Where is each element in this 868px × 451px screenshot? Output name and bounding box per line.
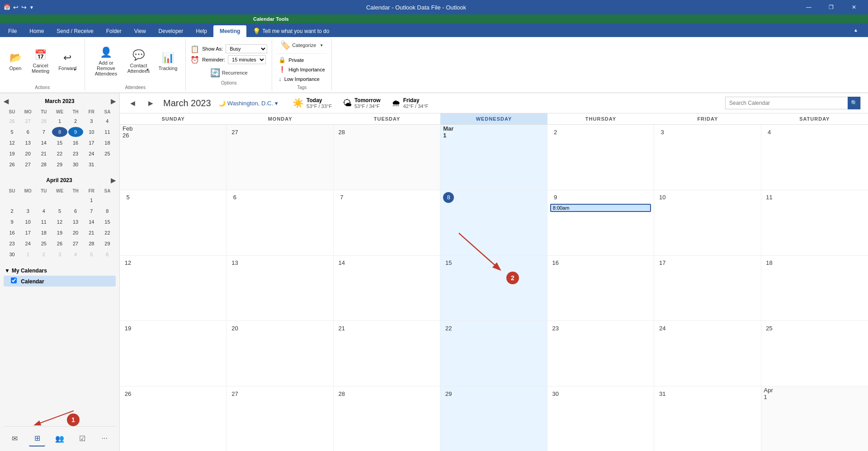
- april-cell-3-4[interactable]: 20: [68, 228, 83, 238]
- minimize-button[interactable]: —: [798, 0, 819, 14]
- april-cell-4-0[interactable]: 23: [5, 239, 19, 249]
- march-cell-2-4[interactable]: 16: [68, 138, 83, 148]
- march-cell-0-5[interactable]: 3: [84, 116, 99, 126]
- recurrence-button[interactable]: 🔄 Recurrence: [207, 67, 251, 79]
- search-button[interactable]: 🔍: [848, 97, 860, 109]
- cal-cell-1-5[interactable]: 10: [654, 190, 761, 255]
- april-cell-5-0[interactable]: 30: [5, 249, 19, 259]
- cal-cell-0-0[interactable]: Feb 26: [120, 125, 226, 190]
- april-cell-5-4[interactable]: 4: [68, 249, 83, 259]
- april-cell-2-2[interactable]: 11: [36, 217, 51, 227]
- march-cell-1-0[interactable]: 5: [5, 127, 19, 137]
- tab-send-receive[interactable]: Send / Receive: [50, 25, 99, 37]
- cal-cell-4-1[interactable]: 27: [226, 386, 333, 451]
- cal-cell-1-0[interactable]: 5: [120, 190, 226, 255]
- april-cell-4-2[interactable]: 25: [36, 239, 51, 249]
- april-cell-4-1[interactable]: 24: [20, 239, 35, 249]
- tasks-nav-btn[interactable]: ☑: [74, 430, 90, 446]
- high-importance-button[interactable]: ❗ High Importance: [277, 65, 327, 74]
- april-cell-3-3[interactable]: 19: [52, 228, 67, 238]
- tab-help[interactable]: Help: [189, 25, 213, 37]
- april-cell-4-4[interactable]: 27: [68, 239, 83, 249]
- march-cell-1-5[interactable]: 10: [84, 127, 99, 137]
- my-calendars-header[interactable]: ▼ My Calendars: [4, 266, 116, 276]
- april-cell-5-3[interactable]: 3: [52, 249, 67, 259]
- april-cell-4-5[interactable]: 28: [84, 239, 99, 249]
- cal-cell-2-4[interactable]: 16: [547, 256, 654, 321]
- tab-view[interactable]: View: [128, 25, 152, 37]
- march-cell-2-2[interactable]: 14: [36, 138, 51, 148]
- cal-cell-2-2[interactable]: 14: [334, 256, 440, 321]
- cal-cell-2-6[interactable]: 18: [761, 256, 868, 321]
- april-cell-2-4[interactable]: 13: [68, 217, 83, 227]
- forward-button[interactable]: ↩ Forward ▼: [55, 47, 80, 76]
- cal-cell-4-2[interactable]: 28: [334, 386, 440, 451]
- april-cell-2-0[interactable]: 9: [5, 217, 19, 227]
- march-cell-0-3[interactable]: 1: [52, 116, 67, 126]
- ribbon-collapse-btn[interactable]: ▲: [845, 23, 866, 37]
- march-cell-1-3[interactable]: 8: [52, 127, 67, 137]
- cal-cell-4-4[interactable]: 30: [547, 386, 654, 451]
- april-cell-1-2[interactable]: 4: [36, 206, 51, 216]
- quick-access-dropdown[interactable]: ▼: [29, 5, 34, 10]
- people-nav-btn[interactable]: 👥: [52, 430, 68, 446]
- tab-meeting[interactable]: Meeting: [213, 25, 246, 37]
- cal-cell-2-0[interactable]: 12: [120, 256, 226, 321]
- calendar-checkbox[interactable]: [11, 277, 17, 283]
- april-cell-5-1[interactable]: 1: [20, 249, 35, 259]
- cal-cell-3-2[interactable]: 21: [334, 321, 440, 386]
- cal-cell-0-2[interactable]: 28: [334, 125, 440, 190]
- march-cell-3-2[interactable]: 21: [36, 149, 51, 159]
- calendar-event[interactable]: 8:00am: [550, 204, 651, 212]
- calendar-nav-btn[interactable]: ⊞: [29, 430, 45, 446]
- march-cell-3-4[interactable]: 23: [68, 149, 83, 159]
- march-cell-0-6[interactable]: 4: [100, 116, 115, 126]
- cal-cell-3-3[interactable]: 22: [440, 321, 547, 386]
- april-cell-4-3[interactable]: 26: [52, 239, 67, 249]
- cal-cell-1-4[interactable]: 98:00am: [547, 190, 654, 255]
- open-button[interactable]: 📂 Open: [5, 47, 26, 76]
- cal-cell-3-0[interactable]: 19: [120, 321, 226, 386]
- march-cell-0-4[interactable]: 2: [68, 116, 83, 126]
- april-cell-4-6[interactable]: 29: [100, 239, 115, 249]
- show-as-select[interactable]: Busy Free Tentative Out of Office: [226, 44, 267, 53]
- cal-prev-btn[interactable]: ◀: [127, 98, 138, 108]
- march-cell-4-6[interactable]: [100, 160, 115, 169]
- march-cell-1-2[interactable]: 7: [36, 127, 51, 137]
- april-cell-3-2[interactable]: 18: [36, 228, 51, 238]
- march-cell-4-2[interactable]: 28: [36, 160, 51, 169]
- april-cell-1-0[interactable]: 2: [5, 206, 19, 216]
- low-importance-button[interactable]: ↓ Low Importance: [277, 75, 327, 83]
- mini-cal-next[interactable]: ▶: [111, 98, 116, 105]
- march-cell-2-5[interactable]: 17: [84, 138, 99, 148]
- contact-attendees-button[interactable]: 💬 ContactAttendees ▼: [124, 47, 153, 76]
- mail-nav-btn[interactable]: ✉: [7, 430, 23, 446]
- cal-cell-3-5[interactable]: 24: [654, 321, 761, 386]
- cal-cell-0-4[interactable]: 2: [547, 125, 654, 190]
- cal-cell-1-3[interactable]: 8: [440, 190, 547, 255]
- march-cell-1-6[interactable]: 11: [100, 127, 115, 137]
- categorize-button[interactable]: 🏷️ Categorize ▼: [277, 39, 327, 52]
- march-cell-0-0[interactable]: 26: [5, 116, 19, 126]
- march-cell-2-3[interactable]: 15: [52, 138, 67, 148]
- march-cell-4-3[interactable]: 29: [52, 160, 67, 169]
- march-cell-3-6[interactable]: 25: [100, 149, 115, 159]
- march-cell-2-1[interactable]: 13: [20, 138, 35, 148]
- cal-cell-2-3[interactable]: 15: [440, 256, 547, 321]
- mini-cal-prev[interactable]: ◀: [4, 98, 9, 105]
- april-cell-2-1[interactable]: 10: [20, 217, 35, 227]
- april-cell-1-6[interactable]: 8: [100, 206, 115, 216]
- cal-cell-1-1[interactable]: 6: [226, 190, 333, 255]
- march-cell-0-1[interactable]: 27: [20, 116, 35, 126]
- private-button[interactable]: 🔒 Private: [277, 56, 327, 64]
- tab-home[interactable]: Home: [23, 25, 50, 37]
- april-cell-3-1[interactable]: 17: [20, 228, 35, 238]
- restore-button[interactable]: ❐: [821, 0, 842, 14]
- quick-access-redo[interactable]: ↪: [21, 4, 27, 11]
- april-cell-5-2[interactable]: 2: [36, 249, 51, 259]
- tab-file[interactable]: File: [2, 25, 23, 37]
- april-cell-1-5[interactable]: 7: [84, 206, 99, 216]
- cal-cell-1-2[interactable]: 7: [334, 190, 440, 255]
- april-cell-3-5[interactable]: 21: [84, 228, 99, 238]
- cal-cell-0-5[interactable]: 3: [654, 125, 761, 190]
